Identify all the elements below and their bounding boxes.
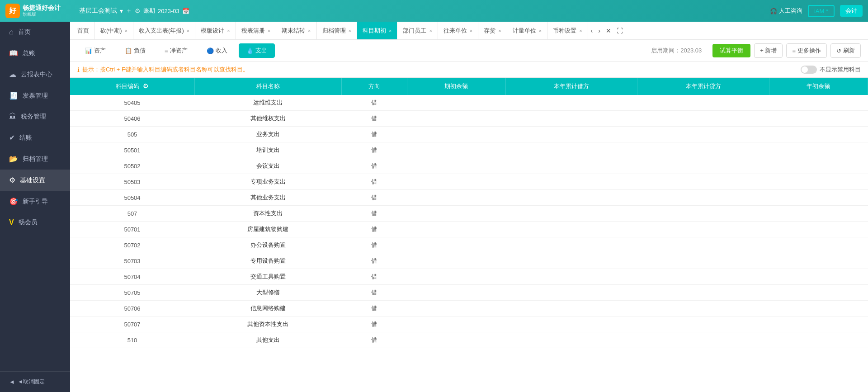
- table-row[interactable]: 50702 办公设备购置 借: [70, 237, 868, 253]
- tab-filing-close[interactable]: ×: [349, 28, 351, 33]
- sidebar-item-settings[interactable]: ⚙ 基础设置: [0, 170, 70, 191]
- tab-contacts-close[interactable]: ×: [470, 28, 472, 33]
- sidebar-item-cloud-reports[interactable]: ☁ 云报表中心: [0, 64, 70, 85]
- add-btn[interactable]: + 新增: [754, 43, 783, 58]
- cell-balance: [407, 222, 505, 237]
- tab-template-close[interactable]: ×: [227, 28, 230, 33]
- tab-maximize-btn[interactable]: ⛶: [614, 22, 626, 40]
- sidebar-item-tax[interactable]: 🏛 税务管理: [0, 106, 70, 127]
- th-name: 科目名称: [194, 78, 342, 95]
- cell-year-start: [769, 301, 868, 316]
- tab-filing[interactable]: 归档管理 ×: [317, 22, 357, 40]
- tab-subject-label: 科目期初: [363, 27, 386, 35]
- settings-sidebar-icon: ⚙: [9, 176, 15, 184]
- cell-name: 业务支出: [194, 127, 342, 142]
- tab-inventory-close[interactable]: ×: [498, 28, 501, 33]
- sidebar-label-vip: 畅会员: [19, 218, 38, 227]
- add-company-icon[interactable]: ＋: [126, 7, 132, 15]
- cell-year-start: [769, 222, 868, 237]
- tab-dept-close[interactable]: ×: [429, 28, 432, 33]
- income-icon: 🔵: [207, 47, 214, 54]
- sidebar-item-checkout[interactable]: ✔ 结账: [0, 127, 70, 148]
- headset-icon: 🎧: [770, 8, 777, 14]
- tab-currency-close[interactable]: ×: [579, 28, 582, 33]
- table-row[interactable]: 50707 其他资本性支出 借: [70, 316, 868, 332]
- calendar-icon[interactable]: 📅: [182, 8, 189, 14]
- tab-dept[interactable]: 部门员工 ×: [397, 22, 438, 40]
- table-row[interactable]: 50502 会议支出 借: [70, 158, 868, 174]
- table-row[interactable]: 50705 大型修缮 借: [70, 285, 868, 301]
- cell-credit: [637, 111, 769, 127]
- tab-close-all-btn[interactable]: ✕: [603, 22, 614, 40]
- sidebar-item-general-ledger[interactable]: 📖 总账: [0, 43, 70, 64]
- column-settings-icon[interactable]: ⚙: [143, 82, 149, 90]
- collapse-icon: ◄: [9, 378, 15, 385]
- table-row[interactable]: 50703 专用设备购置 借: [70, 253, 868, 269]
- tab-income-close[interactable]: ×: [187, 28, 189, 33]
- invoice-icon: 🧾: [9, 91, 18, 100]
- cell-debit: [505, 237, 637, 253]
- cat-tab-expense[interactable]: 💧 支出: [239, 43, 275, 58]
- tab-subject-initial[interactable]: 科目期初 ×: [357, 22, 397, 40]
- tab-tax-close[interactable]: ×: [268, 28, 270, 33]
- support-btn[interactable]: 🎧 人工咨询: [770, 7, 802, 15]
- table-row[interactable]: 50704 交通工具购置 借: [70, 269, 868, 285]
- more-btn[interactable]: ≡ 更多操作: [786, 43, 827, 58]
- tab-currency[interactable]: 币种设置 ×: [547, 22, 588, 40]
- sidebar-item-guide[interactable]: 🎯 新手引导: [0, 191, 70, 212]
- refresh-btn[interactable]: ↺ 刷新: [830, 43, 861, 58]
- sidebar-item-invoice[interactable]: 🧾 发票管理: [0, 85, 70, 106]
- settings-icon[interactable]: ⚙: [135, 7, 141, 14]
- cell-balance: [407, 127, 505, 142]
- tab-template[interactable]: 模版设计 ×: [195, 22, 236, 40]
- table-row[interactable]: 507 资本性支出 借: [70, 206, 868, 222]
- tab-unit-close[interactable]: ×: [539, 28, 542, 33]
- table-row[interactable]: 50706 信息网络购建 借: [70, 301, 868, 316]
- collapse-label: ◄取消固定: [18, 378, 45, 386]
- sidebar-item-archive[interactable]: 📂 归档管理: [0, 148, 70, 170]
- sidebar-item-home[interactable]: ⌂ 首页: [0, 22, 70, 43]
- tab-tax[interactable]: 税表清册 ×: [236, 22, 276, 40]
- tab-unit[interactable]: 计量单位 ×: [507, 22, 547, 40]
- tab-period-end[interactable]: 期末结转 ×: [276, 22, 316, 40]
- cat-tab-net-assets[interactable]: ≡ 净资产: [157, 43, 195, 58]
- table-row[interactable]: 50501 培训支出 借: [70, 142, 868, 158]
- tab-mid-close[interactable]: ×: [125, 28, 127, 33]
- tab-next-btn[interactable]: ›: [595, 22, 603, 40]
- table-row[interactable]: 50503 专项业务支出 借: [70, 174, 868, 190]
- cell-name: 其他业务支出: [194, 190, 342, 206]
- tab-subject-close[interactable]: ×: [389, 28, 392, 33]
- sidebar-item-vip[interactable]: V 畅会员: [0, 212, 70, 233]
- cell-code: 50704: [70, 269, 194, 285]
- table-row[interactable]: 50701 房屋建筑物购建 借: [70, 222, 868, 237]
- kuaiji-button[interactable]: 会计: [840, 5, 863, 17]
- disable-toggle[interactable]: [801, 66, 817, 74]
- iam-button[interactable]: iAM *: [808, 5, 835, 17]
- sidebar-collapse-btn[interactable]: ◄ ◄取消固定: [0, 371, 70, 392]
- tab-period-end-close[interactable]: ×: [308, 28, 311, 33]
- cat-tab-assets[interactable]: 📊 资产: [77, 43, 113, 58]
- company-dropdown-icon[interactable]: ▾: [120, 7, 123, 14]
- table-row[interactable]: 50405 运维维支出 借: [70, 95, 868, 111]
- tab-income-expense[interactable]: 收入支出表(年报) ×: [133, 22, 195, 40]
- tab-mid-period[interactable]: 砍(中期) ×: [95, 22, 133, 40]
- cell-balance: [407, 301, 505, 316]
- tab-contacts[interactable]: 往来单位 ×: [438, 22, 478, 40]
- tab-prev-btn[interactable]: ‹: [588, 22, 596, 40]
- tab-home[interactable]: 首页: [72, 22, 95, 40]
- table-row[interactable]: 505 业务支出 借: [70, 127, 868, 142]
- table-row[interactable]: 50406 其他维权支出 借: [70, 111, 868, 127]
- cat-tab-income[interactable]: 🔵 收入: [199, 43, 235, 58]
- tab-inventory-label: 存货: [484, 27, 495, 35]
- cat-tab-liabilities[interactable]: 📋 负债: [117, 43, 153, 58]
- company-area[interactable]: 基层工会测试 ▾ ＋ ⚙ 账期 2023-03 📅: [79, 7, 189, 15]
- cell-debit: [505, 285, 637, 301]
- table-row[interactable]: 50504 其他业务支出 借: [70, 190, 868, 206]
- cell-balance: [407, 206, 505, 222]
- header-actions: 🎧 人工咨询 iAM * 会计: [770, 5, 863, 17]
- cell-debit: [505, 269, 637, 285]
- balance-btn[interactable]: 试算平衡: [712, 44, 750, 57]
- table-row[interactable]: 510 其他支出 借: [70, 332, 868, 348]
- tab-inventory[interactable]: 存货 ×: [478, 22, 507, 40]
- assets-label: 资产: [94, 47, 106, 55]
